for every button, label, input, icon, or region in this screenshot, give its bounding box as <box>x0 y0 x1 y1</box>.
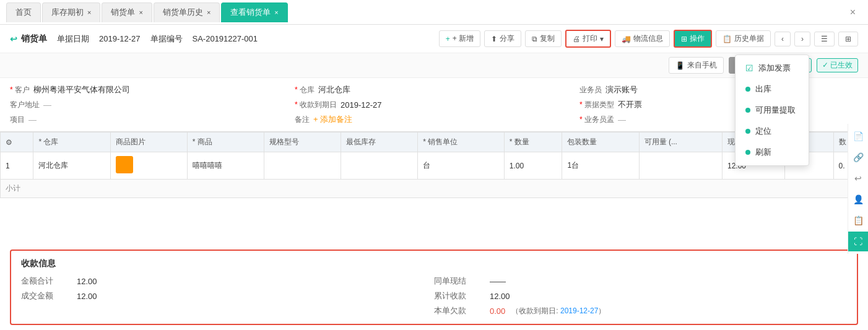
settings-icon[interactable]: ⚙ <box>6 138 12 147</box>
add-note-button[interactable]: + 添加备注 <box>313 114 352 125</box>
subtotal-row: 小计 <box>1 180 868 198</box>
operations-icon: ⊞ <box>681 35 687 43</box>
logistics-label: 物流信息 <box>633 33 663 44</box>
share-label: 分享 <box>500 33 514 44</box>
single-settlement-label: 同单现结 <box>434 276 484 287</box>
available-qty-label: 可用量提取 <box>755 105 796 116</box>
address-field: 客户地址 — <box>10 100 289 110</box>
due-label: 本单欠款 <box>434 305 484 316</box>
col-pack-label: 包装数量 <box>567 137 597 146</box>
new-button[interactable]: + + 新增 <box>439 30 480 47</box>
next-record-button[interactable]: › <box>794 32 810 46</box>
doc-header: ↩ 销货单 单据日期 2019-12-27 单据编号 SA-20191227-0… <box>0 25 868 53</box>
locate-dot <box>745 129 750 134</box>
col-avail-label: 可用量 (... <box>644 137 677 146</box>
side-icon-5[interactable]: 📋 <box>848 211 868 230</box>
row-sales-unit: 台 <box>418 152 504 180</box>
col-sales-unit: * 销售单位 <box>418 132 504 152</box>
col-quantity: * 数量 <box>504 132 562 152</box>
expand-icon[interactable]: ⛶ <box>848 232 868 251</box>
product-thumbnail <box>116 156 133 173</box>
salesperson-field: 业务员孟 — <box>579 115 858 125</box>
warehouse-label: 仓库 <box>295 85 315 95</box>
side-icon-3[interactable]: ↩ <box>848 168 868 188</box>
customer-value: 柳州粤港平安气体有限公司 <box>33 84 130 95</box>
doc-type-label: 销货单 <box>21 33 47 45</box>
row-spec <box>264 152 341 180</box>
side-icon-2[interactable]: 🔗 <box>848 147 868 167</box>
prev-record-button[interactable]: ‹ <box>775 32 791 46</box>
operations-button[interactable]: ⊞ 操作 <box>674 30 712 48</box>
doc-title: ↩ 销货单 <box>10 33 47 45</box>
refresh-item[interactable]: 刷新 <box>736 142 809 163</box>
payment-date-label: 收款到期日 <box>295 100 337 110</box>
ship-out-item[interactable]: 出库 <box>736 79 809 100</box>
operations-dropdown: ☑ 添加发票 出库 可用量提取 定位 刷新 <box>735 54 809 166</box>
share-button[interactable]: ⬆ 分享 <box>484 30 521 47</box>
warehouse-field: 仓库 河北仓库 <box>295 84 573 95</box>
close-tab-history[interactable]: × <box>207 9 210 16</box>
address-label: 客户地址 <box>10 100 40 110</box>
toolbar: + + 新增 ⬆ 分享 ⧉ 复制 🖨 打印 ▾ 🚚 <box>439 30 858 48</box>
add-invoice-item[interactable]: ☑ 添加发票 <box>736 58 809 79</box>
close-tab-sales[interactable]: × <box>139 9 142 16</box>
tab-sales-history[interactable]: 销货单历史 × <box>154 2 220 22</box>
print-icon: 🖨 <box>573 35 580 43</box>
ship-out-dot <box>745 87 750 92</box>
tab-inventory-label: 库存期初 <box>51 7 84 18</box>
row-available <box>639 152 722 180</box>
share-icon: ⬆ <box>491 35 497 43</box>
row-product: 嘻嘻嘻嘻 <box>187 152 264 180</box>
effective-icon: ✓ <box>822 61 828 69</box>
transaction-value: 12.00 <box>77 292 97 301</box>
note-field: 备注 + 添加备注 <box>295 114 573 125</box>
cumulative-value: 12.00 <box>490 292 510 301</box>
copy-label: 复制 <box>540 33 555 44</box>
copy-icon: ⧉ <box>532 35 537 43</box>
transaction-label: 成交金额 <box>21 290 71 302</box>
row-min-stock <box>341 152 418 180</box>
salesperson-label: 业务员孟 <box>579 115 614 125</box>
subtotal-label: 小计 <box>1 180 868 198</box>
warehouse-value: 河北仓库 <box>318 84 350 95</box>
col-spec-label: 规格型号 <box>269 137 299 146</box>
col-warehouse: * 仓库 <box>33 132 110 152</box>
row-warehouse: 河北仓库 <box>33 152 110 180</box>
transaction-amount-item: 成交金额 12.00 <box>21 290 434 302</box>
grid-view-button[interactable]: ⊞ <box>838 32 858 46</box>
print-button[interactable]: 🖨 打印 ▾ <box>565 30 611 48</box>
customer-label: 客户 <box>10 85 30 95</box>
tab-home[interactable]: 首页 <box>6 2 41 22</box>
payment-date-value: 2019-12-27 <box>341 100 382 110</box>
tab-view-sales[interactable]: 查看销货单 × <box>221 2 287 22</box>
logistics-button[interactable]: 🚚 物流信息 <box>615 30 670 47</box>
col-pack-qty: 包装数量 <box>562 132 639 152</box>
col-product: * 商品 <box>187 132 264 152</box>
close-tab-view[interactable]: × <box>274 9 278 16</box>
from-phone-button[interactable]: 📱 来自手机 <box>669 57 724 74</box>
window-close-button[interactable]: × <box>844 7 862 18</box>
date-label: 单据日期 <box>57 33 89 45</box>
tab-inventory-init[interactable]: 库存期初 × <box>42 2 100 22</box>
cumulative-receipt-item: 累计收款 12.00 <box>434 290 847 302</box>
col-available: 可用量 (... <box>639 132 722 152</box>
ticket-type-value: 不开票 <box>618 99 642 110</box>
history-button[interactable]: 📋 历史单据 <box>716 30 771 47</box>
col-img-label: 商品图片 <box>116 137 145 146</box>
copy-button[interactable]: ⧉ 复制 <box>525 30 562 47</box>
locate-item[interactable]: 定位 <box>736 121 809 142</box>
print-arrow: ▾ <box>600 35 604 43</box>
add-invoice-icon: ☑ <box>745 63 753 73</box>
available-qty-dot <box>745 108 750 113</box>
available-qty-item[interactable]: 可用量提取 <box>736 100 809 121</box>
tab-sales-order[interactable]: 销货单 × <box>102 2 152 22</box>
col-warehouse-label: * 仓库 <box>38 137 58 146</box>
form-row-3: 项目 — 备注 + 添加备注 业务员孟 — <box>10 114 858 125</box>
col-spec: 规格型号 <box>264 132 341 152</box>
tab-bar: 首页 库存期初 × 销货单 × 销货单历史 × 查看销货单 × × <box>0 0 868 25</box>
side-icon-4[interactable]: 👤 <box>848 189 868 209</box>
close-tab-inventory[interactable]: × <box>87 9 91 16</box>
history-label: 历史单据 <box>734 33 764 44</box>
list-view-button[interactable]: ☰ <box>814 32 835 46</box>
side-icon-1[interactable]: 📄 <box>848 126 868 146</box>
